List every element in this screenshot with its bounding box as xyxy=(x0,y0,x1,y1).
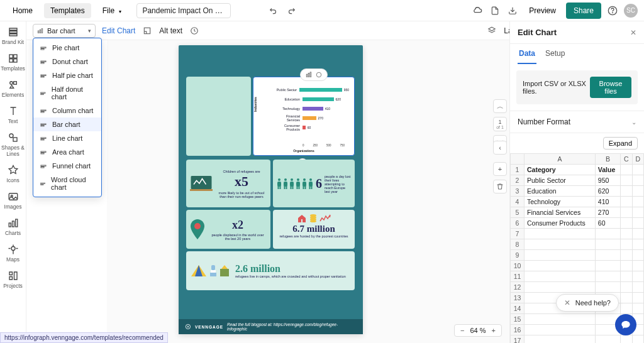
svg-rect-74 xyxy=(309,186,311,189)
svg-point-16 xyxy=(9,82,13,85)
dropdown-item[interactable]: Pie chart xyxy=(33,41,101,55)
sidebar-item-text[interactable]: Text xyxy=(0,106,26,124)
document-icon[interactable] xyxy=(489,4,501,17)
expand-button[interactable]: Expand xyxy=(603,137,638,150)
avatar[interactable]: SC xyxy=(624,4,638,18)
alt-text-button[interactable]: Alt text xyxy=(159,26,182,35)
resize-icon[interactable] xyxy=(142,25,153,36)
svg-rect-32 xyxy=(41,92,45,93)
chart-ylabel: Industries xyxy=(253,97,257,112)
zoom-level: 64 % xyxy=(470,327,486,334)
tab-data[interactable]: Data xyxy=(518,44,536,64)
undo-icon[interactable] xyxy=(267,4,280,17)
zoom-in-button[interactable]: + xyxy=(490,327,497,334)
card-caption: more likely to be out of school than the… xyxy=(216,191,267,199)
card-caption: people displaced in the world over the l… xyxy=(209,233,267,241)
page-indicator: 1of 1 xyxy=(493,117,507,131)
svg-rect-75 xyxy=(311,186,313,189)
share-button[interactable]: Share xyxy=(566,3,601,19)
sidebar-item-charts[interactable]: Charts xyxy=(0,217,26,236)
poster-card[interactable] xyxy=(186,77,251,156)
number-format-section[interactable]: Number Format ⌄ xyxy=(510,111,644,133)
poster-card[interactable]: Children of refugees arex5more likely to… xyxy=(186,160,270,207)
close-icon[interactable]: ✕ xyxy=(630,28,636,37)
svg-rect-5 xyxy=(145,28,150,33)
cloud-sync-icon[interactable] xyxy=(471,4,484,17)
svg-point-60 xyxy=(291,178,293,181)
layers-icon[interactable] xyxy=(486,25,497,36)
svg-rect-81 xyxy=(211,265,215,270)
browse-files-button[interactable]: Browse files xyxy=(590,77,631,98)
card-stat: 6 xyxy=(316,177,322,191)
sidebar-item-images[interactable]: Images xyxy=(0,191,26,210)
dropdown-item[interactable]: Column chart xyxy=(33,104,101,117)
page-up-icon[interactable]: ︿ xyxy=(493,99,507,113)
templates-button[interactable]: Templates xyxy=(44,3,91,18)
svg-rect-36 xyxy=(41,124,46,125)
poster-card[interactable]: 2.6 millionrefugees live in camps, which… xyxy=(186,251,355,290)
tab-setup[interactable]: Setup xyxy=(544,44,566,64)
svg-rect-62 xyxy=(291,186,292,189)
svg-point-72 xyxy=(309,178,312,181)
dropdown-item[interactable]: Funnel chart xyxy=(33,159,101,173)
svg-point-1 xyxy=(613,13,613,13)
svg-rect-33 xyxy=(41,94,43,94)
poster-card[interactable]: 6people a day lost their lives attemptin… xyxy=(273,160,355,207)
dropdown-item[interactable]: Area chart xyxy=(33,145,101,159)
svg-rect-34 xyxy=(41,110,46,111)
preview-button[interactable]: Preview xyxy=(524,3,561,19)
chart-bar: Public Sector950 xyxy=(272,86,349,94)
sidebar-item-shapes-lines[interactable]: Shapes & Lines xyxy=(0,132,26,157)
svg-rect-73 xyxy=(309,182,313,187)
sidebar-item-brand-kit[interactable]: Brand Kit xyxy=(0,26,26,45)
svg-rect-41 xyxy=(41,153,44,155)
selected-chart[interactable]: Industries Public Sector950Education620T… xyxy=(253,77,355,156)
poster-card[interactable]: 6.7 million refugees are hosted by the p… xyxy=(273,210,355,249)
document-title-input[interactable]: Pandemic Impact On Refugee Sta... xyxy=(136,3,231,18)
svg-rect-59 xyxy=(286,186,287,189)
chart-type-select[interactable]: Bar chart▾ xyxy=(33,24,96,38)
camp-icon xyxy=(190,264,230,278)
poster-card[interactable]: x2people displaced in the world over the… xyxy=(186,210,270,249)
svg-rect-48 xyxy=(310,72,311,77)
sidebar-item-elements[interactable]: Elements xyxy=(0,79,26,98)
dropdown-item[interactable]: Line chart xyxy=(33,131,101,145)
poster-footer: VENNGAGE Read the full blogpost at: http… xyxy=(179,319,363,334)
chat-bubble-icon[interactable] xyxy=(615,314,636,335)
svg-rect-3 xyxy=(40,30,41,33)
collapse-panel-icon[interactable]: ‹ xyxy=(493,141,507,155)
download-icon[interactable] xyxy=(506,4,519,17)
import-label: Import CSV or XLSX files. xyxy=(523,80,590,95)
sidebar-item-templates[interactable]: Templates xyxy=(0,53,26,72)
sidebar-item-icons[interactable]: Icons xyxy=(0,165,26,183)
dropdown-item[interactable]: Word cloud chart xyxy=(33,173,101,194)
redo-icon[interactable] xyxy=(285,4,297,17)
svg-point-76 xyxy=(194,223,201,229)
file-menu[interactable]: File ▾ xyxy=(96,3,128,18)
svg-rect-44 xyxy=(41,183,45,183)
sidebar-item-projects[interactable]: Projects xyxy=(0,270,26,289)
chevron-down-icon: ⌄ xyxy=(631,119,636,126)
close-icon[interactable]: ✕ xyxy=(564,298,570,307)
dropdown-item[interactable]: Bar chart xyxy=(33,117,101,131)
delete-page-icon[interactable] xyxy=(493,180,507,193)
dropdown-item[interactable]: Half pie chart xyxy=(33,68,101,82)
svg-rect-47 xyxy=(308,74,309,77)
svg-rect-19 xyxy=(13,138,17,141)
dropdown-item[interactable]: Half donut chart xyxy=(33,82,101,104)
sidebar-item-maps[interactable]: Maps xyxy=(0,244,26,263)
svg-rect-27 xyxy=(41,49,44,50)
zoom-out-button[interactable]: − xyxy=(458,327,466,334)
svg-rect-65 xyxy=(296,182,300,187)
home-button[interactable]: Home xyxy=(6,3,39,18)
help-chip[interactable]: ✕ Need help? xyxy=(556,294,619,312)
help-icon[interactable] xyxy=(606,4,619,17)
ai-assist-icon[interactable] xyxy=(189,25,200,36)
canvas[interactable]: Industries Public Sector950Education620T… xyxy=(107,40,509,343)
svg-rect-84 xyxy=(220,269,229,276)
dropdown-item[interactable]: Donut chart xyxy=(33,55,101,68)
svg-rect-70 xyxy=(303,186,304,189)
add-page-icon[interactable]: + xyxy=(493,162,507,176)
infographic-poster[interactable]: Industries Public Sector950Education620T… xyxy=(179,45,363,334)
edit-chart-link[interactable]: Edit Chart xyxy=(102,26,135,35)
